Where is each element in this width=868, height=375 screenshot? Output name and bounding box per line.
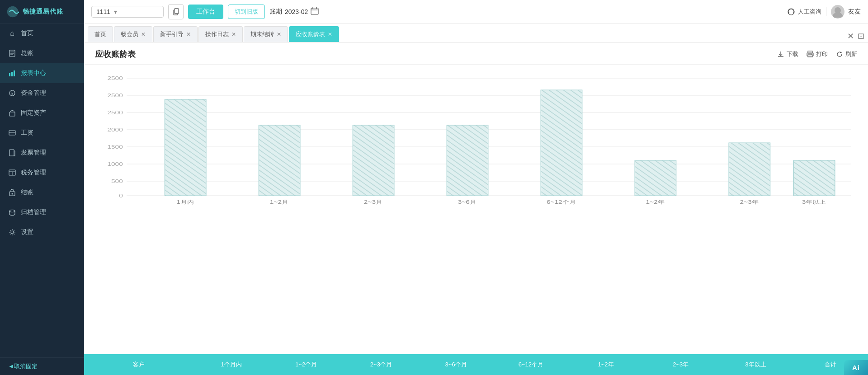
print-button[interactable]: 打印 (807, 50, 828, 58)
svg-point-20 (11, 231, 14, 234)
tab-label: 畅会员 (121, 30, 138, 38)
tab-close-icon[interactable]: ✕ (231, 32, 236, 37)
refresh-label: 刷新 (845, 50, 857, 58)
sidebar-item-ledger[interactable]: 总账 (0, 43, 84, 63)
tab-close-icon[interactable]: ✕ (277, 32, 281, 37)
company-name: 1111 (96, 8, 110, 15)
copy-svg (172, 8, 179, 15)
sidebar-item-home[interactable]: ⌂ 首页 (0, 23, 84, 43)
refresh-icon (836, 51, 843, 58)
svg-text:2000: 2000 (107, 127, 123, 132)
tab-aging[interactable]: 应收账龄表 ✕ (289, 26, 339, 42)
table-header: 客户 1个月内 1~2个月 2~3个月 3~6个月 6~12个月 1~2年 2~… (84, 354, 868, 375)
sidebar-item-label: 固定资产 (21, 109, 46, 117)
svg-rect-10 (9, 112, 15, 116)
tab-home[interactable]: 首页 (88, 26, 113, 42)
svg-rect-61 (541, 90, 582, 196)
svg-rect-13 (9, 150, 14, 156)
sidebar-logo: 畅捷通易代账 (0, 0, 84, 23)
col-1month: 1个月内 (194, 361, 269, 369)
svg-rect-28 (788, 12, 789, 14)
svg-text:6~12个月: 6~12个月 (547, 199, 576, 205)
sidebar-item-label: 结账 (21, 188, 33, 197)
sidebar-item-tax[interactable]: 税务管理 (0, 163, 84, 183)
funds-icon: ¥ (8, 89, 16, 97)
period-display: 账期 2023-02 (269, 7, 319, 16)
settings-icon (8, 228, 16, 236)
header: 1111 ▾ 工作台 切到旧版 账期 2023-02 人工咨询 友友 (84, 0, 868, 23)
page-content: 应收账龄表 下载 打印 刷新 (84, 42, 868, 375)
tax-icon (8, 169, 16, 177)
sidebar-item-label: 归档管理 (21, 208, 46, 216)
sidebar-item-payroll[interactable]: 工资 (0, 123, 84, 143)
avatar (831, 5, 844, 19)
download-icon (777, 51, 784, 58)
sidebar-item-settings[interactable]: 设置 (0, 222, 84, 242)
user-menu[interactable]: 友友 (831, 5, 861, 19)
download-button[interactable]: 下载 (777, 50, 798, 58)
sidebar-item-invoice[interactable]: 发票管理 (0, 143, 84, 163)
tab-label: 首页 (94, 30, 106, 38)
invoice-icon (8, 149, 16, 157)
tab-member[interactable]: 畅会员 ✕ (114, 26, 152, 42)
sidebar-collapse-btn[interactable]: ◄取消固定 (0, 357, 84, 375)
col-6-12month: 6~12个月 (493, 361, 568, 369)
payroll-icon (8, 129, 16, 137)
sidebar-item-archive[interactable]: 归档管理 (0, 202, 84, 222)
app-name: 畅捷通易代账 (23, 8, 63, 16)
tab-label: 应收账龄表 (296, 30, 325, 38)
tab-period-end[interactable]: 期末结转 ✕ (244, 26, 288, 42)
svg-text:3年以上: 3年以上 (802, 199, 826, 205)
svg-text:2500: 2500 (107, 93, 123, 98)
company-selector[interactable]: 1111 ▾ (91, 6, 164, 18)
collapse-label: ◄取消固定 (8, 362, 38, 370)
ai-badge-text: Ai (852, 364, 860, 371)
tab-guide[interactable]: 新手引导 ✕ (153, 26, 198, 42)
svg-rect-59 (447, 125, 488, 196)
sidebar-item-reports[interactable]: 报表中心 (0, 63, 84, 83)
svg-rect-11 (9, 131, 15, 135)
service-button[interactable]: 人工咨询 (787, 8, 821, 16)
switch-version-button[interactable]: 切到旧版 (228, 5, 265, 19)
calendar-icon[interactable] (311, 7, 319, 16)
sidebar-item-close[interactable]: 结账 (0, 183, 84, 202)
page-title: 应收账龄表 (95, 49, 136, 60)
sidebar-item-label: 首页 (21, 29, 33, 38)
close-all-tabs-icon[interactable]: ✕ (847, 32, 854, 40)
svg-point-19 (9, 210, 15, 212)
svg-rect-57 (353, 125, 394, 196)
sidebar-item-funds[interactable]: ¥ 资金管理 (0, 83, 84, 103)
close-account-icon (8, 188, 16, 197)
sidebar-item-assets[interactable]: 固定资产 (0, 103, 84, 123)
col-3plus-year: 3年以上 (718, 361, 793, 369)
tab-close-icon[interactable]: ✕ (141, 32, 146, 37)
svg-rect-6 (11, 72, 13, 76)
tab-close-icon[interactable]: ✕ (186, 32, 191, 37)
svg-text:2500: 2500 (107, 75, 123, 81)
tab-log[interactable]: 操作日志 ✕ (198, 26, 243, 42)
workbench-button[interactable]: 工作台 (188, 5, 223, 19)
col-1-2year: 1~2年 (568, 361, 643, 369)
sidebar-item-label: 设置 (21, 228, 33, 236)
home-icon: ⌂ (8, 29, 16, 38)
tab-close-icon[interactable]: ✕ (328, 32, 332, 37)
svg-point-18 (12, 193, 13, 195)
expand-icon[interactable]: ⊡ (858, 32, 864, 40)
svg-rect-65 (729, 143, 770, 196)
col-2-3year: 2~3年 (643, 361, 718, 369)
user-name: 友友 (848, 8, 861, 16)
svg-rect-55 (259, 125, 300, 196)
svg-text:1~2月: 1~2月 (270, 199, 288, 205)
header-divider (826, 7, 826, 16)
svg-rect-23 (311, 8, 318, 14)
copy-icon[interactable] (168, 4, 184, 19)
svg-point-27 (788, 9, 794, 15)
svg-text:¥: ¥ (11, 92, 14, 96)
page-header: 应收账龄表 下载 打印 刷新 (84, 42, 868, 65)
svg-text:2500: 2500 (107, 110, 123, 115)
period-text: 账期 (269, 8, 282, 16)
refresh-button[interactable]: 刷新 (836, 50, 857, 58)
ai-badge[interactable]: Ai (844, 360, 868, 375)
tab-label: 期末结转 (250, 30, 274, 38)
col-customer: 客户 (84, 361, 194, 369)
